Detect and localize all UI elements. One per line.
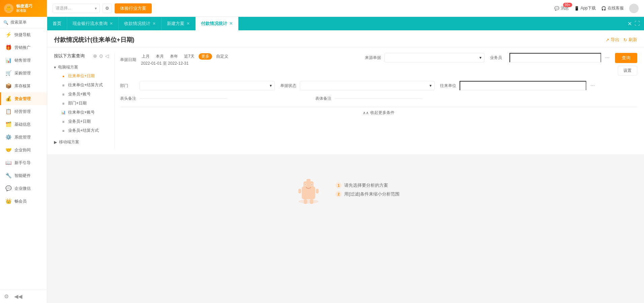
sidebar-item-enterprise[interactable]: 🤝 企业协同 (0, 144, 47, 156)
sidebar-item-quick-nav[interactable]: ⚡ 快捷导航 (0, 28, 47, 41)
sidebar-item-finance[interactable]: 💰 资金管理 (0, 92, 47, 105)
tab-new-scheme-close-icon[interactable]: ✕ (186, 21, 190, 26)
top-header: 请选择... ▾ ⚙ 体验行业方案 💬 消息 99+ 📱 App下载 🎧 在线客… (47, 0, 644, 17)
svg-rect-10 (304, 199, 307, 204)
dept-field: 部门 ▾ (120, 81, 275, 90)
message-icon: 💬 (554, 6, 559, 11)
export-button[interactable]: ↗ 导出 (606, 37, 619, 43)
desktop-scheme-group: ▾ 电脑端方案 ● 往来单位+日期 ≡ 往来单位+结算方式 ≡ 业务员+账号 (54, 63, 109, 135)
page-title: 付款情况统计(往来单位+日期) (54, 36, 135, 44)
settings-small-button[interactable]: 设置 (618, 66, 637, 75)
date-opt-this-year[interactable]: 本年 (168, 53, 180, 60)
scheme-item-staff-date[interactable]: ≡ 业务员+日期 (54, 117, 109, 126)
tab-expand-icon[interactable]: ⛶ (635, 21, 640, 27)
salesperson-input[interactable] (509, 53, 601, 62)
sidebar-item-marketing[interactable]: 🎁 营销推广 (0, 41, 47, 54)
scheme-list-title: 按以下方案查询 (54, 53, 85, 59)
tab-receipts[interactable]: 收款情况统计 ✕ (119, 17, 162, 30)
doc-status-field: 单据状态 ▾ (280, 81, 435, 90)
tab-payments-close-icon[interactable]: ✕ (229, 21, 233, 26)
tab-receipts-close-icon[interactable]: ✕ (152, 21, 156, 26)
related-unit-input[interactable] (460, 81, 586, 90)
sidebar-item-purchase[interactable]: 🛒 采购管理 (0, 67, 47, 80)
salesperson-label: 业务员 (490, 55, 507, 61)
app-download-button[interactable]: 📱 App下载 (574, 5, 596, 11)
date-opt-7days[interactable]: 近7天 (182, 53, 197, 60)
page-actions: ↗ 导出 ↻ 刷新 (606, 37, 637, 43)
user-avatar[interactable] (629, 4, 639, 13)
try-industry-button[interactable]: 体验行业方案 (115, 3, 152, 13)
collapse-up-icon: ∧∧ (363, 111, 369, 115)
desktop-group-title[interactable]: ▾ 电脑端方案 (54, 63, 109, 71)
scheme-icon: ≡ (61, 101, 66, 105)
salesperson-more-icon[interactable]: ··· (605, 55, 610, 61)
sidebar-item-sales[interactable]: 📊 销售管理 (0, 54, 47, 67)
app-name: 畅捷通巧 (16, 4, 32, 8)
sidebar-item-guide[interactable]: 📖 新手引导 (0, 156, 47, 169)
sidebar-item-operation[interactable]: 📋 经营管理 (0, 105, 47, 118)
source-doc-select[interactable]: ▾ (384, 53, 485, 62)
settings-scheme-icon[interactable]: ⊙ (99, 53, 103, 59)
header-note-divider (140, 98, 227, 99)
tab-payments-label: 付款情况统计 (201, 21, 227, 27)
svg-rect-11 (310, 199, 313, 204)
svg-point-0 (298, 200, 319, 204)
empty-tip-2: 2 用[过滤]条件来缩小分析范围 (335, 191, 399, 197)
tab-payments[interactable]: 付款情况统计 ✕ (196, 17, 238, 30)
date-opt-last-month[interactable]: 上月 (140, 53, 152, 60)
collapse-scheme-icon[interactable]: ◁ (105, 53, 109, 59)
tab-bank-close-icon[interactable]: ✕ (110, 21, 113, 26)
tab-bar: 首页 现金银行流水查询 ✕ 收款情况统计 ✕ 新建方案 ✕ 付款情况统计 ✕ ✕… (47, 17, 644, 30)
sidebar-item-label: 企业微信 (14, 186, 31, 191)
query-button[interactable]: 查询 (615, 53, 637, 63)
footer-settings-icon[interactable]: ⚙ (4, 293, 9, 300)
date-opt-custom[interactable]: 自定义 (214, 53, 230, 60)
date-opt-this-month[interactable]: 本月 (154, 53, 166, 60)
scheme-item-unit-settle[interactable]: ≡ 往来单位+结算方式 (54, 81, 109, 90)
dept-select[interactable]: ▾ (140, 81, 275, 90)
query-btn-group: 查询 设置 (615, 53, 637, 75)
online-service-button[interactable]: 🎧 在线客服 (601, 5, 624, 11)
sidebar-item-label: 新手引导 (14, 160, 31, 166)
scheme-item-dept-date[interactable]: ≡ 部门+日期 (54, 99, 109, 108)
footer-collapse-icon[interactable]: ◀◀ (14, 293, 22, 300)
sidebar-item-hardware[interactable]: 🔧 智能硬件 (0, 169, 47, 182)
related-unit-more-icon[interactable]: ··· (590, 83, 595, 89)
scheme-item-staff-account[interactable]: ≡ 业务员+账号 (54, 90, 109, 99)
empty-tip-1: 1 请先选择要分析的方案 (335, 182, 388, 188)
company-dropdown[interactable]: 请选择... ▾ (53, 4, 100, 13)
date-opt-more[interactable]: 更多 (199, 53, 212, 60)
sidebar-item-wechat[interactable]: 💬 企业微信 (0, 182, 47, 195)
tab-bank[interactable]: 现金银行流水查询 ✕ (67, 17, 119, 30)
add-scheme-icon[interactable]: ⊕ (93, 53, 97, 59)
tab-close-all-icon[interactable]: ✕ (627, 21, 632, 27)
doc-status-select[interactable]: ▾ (300, 81, 435, 90)
scheme-item-label: 业务员+日期 (68, 119, 91, 124)
sidebar-item-inventory[interactable]: 📦 库存核算 (0, 80, 47, 92)
tab-receipts-label: 收款情况统计 (124, 21, 150, 27)
tab-new-scheme-label: 新建方案 (167, 21, 184, 27)
scheme-item-staff-settle[interactable]: ≡ 业务员+结算方式 (54, 126, 109, 135)
sidebar-item-basic[interactable]: 🗂️ 基础信息 (0, 118, 47, 131)
scheme-list-header: 按以下方案查询 ⊕ ⊙ ◁ (54, 53, 109, 59)
header-settings-button[interactable]: ⚙ (103, 4, 112, 13)
sidebar-item-vip[interactable]: 👑 畅会员 (0, 195, 47, 208)
basic-icon: 🗂️ (5, 121, 12, 127)
table-header-note-field: 表头备注 (120, 96, 310, 101)
mobile-group-title[interactable]: ▶ 移动端方案 (54, 138, 109, 146)
doc-date-field: 单据日期 上月 本月 本年 近7天 更多 自定义 2022-01-01 至 20… (120, 53, 359, 66)
search-menu[interactable]: 🔍 搜索菜单 (0, 17, 47, 28)
tab-new-scheme[interactable]: 新建方案 ✕ (162, 17, 196, 30)
collapse-bar[interactable]: ∧∧ 收起更多条件 (120, 107, 637, 118)
filter-row-3: 表头备注 表体备注 (120, 96, 637, 101)
scheme-item-unit-date[interactable]: ● 往来单位+日期 (54, 71, 109, 81)
messages-button[interactable]: 💬 消息 99+ (554, 5, 569, 11)
scheme-item-unit-account[interactable]: 📊 往来单位+账号 (54, 108, 109, 117)
operation-icon: 📋 (5, 109, 12, 115)
app-logo: 🐥 畅捷通巧 标准版 (0, 0, 47, 17)
sidebar-item-system[interactable]: ⚙️ 系统管理 (0, 131, 47, 144)
tab-home[interactable]: 首页 (47, 17, 67, 30)
main-content: 请选择... ▾ ⚙ 体验行业方案 💬 消息 99+ 📱 App下载 🎧 在线客… (47, 0, 644, 303)
gear-icon: ⚙ (105, 6, 109, 11)
refresh-button[interactable]: ↻ 刷新 (623, 37, 637, 43)
